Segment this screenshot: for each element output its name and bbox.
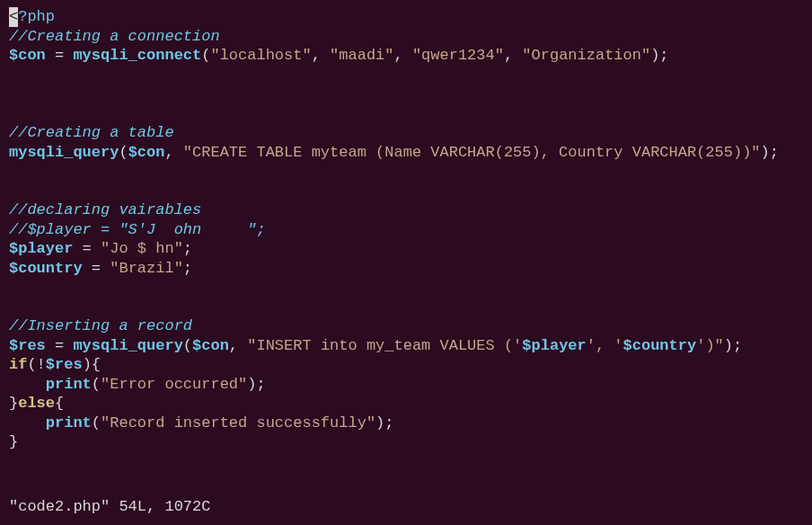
code-line: //Creating a connection bbox=[9, 27, 803, 47]
code-line: $con = mysqli_connect("localhost", "maad… bbox=[9, 46, 803, 66]
code-line: $country = "Brazil"; bbox=[9, 259, 803, 279]
status-line: "code2.php" 54L, 1072C bbox=[9, 497, 210, 517]
code-line: //Inserting a record bbox=[9, 316, 803, 336]
code-line: } bbox=[9, 432, 803, 452]
code-line bbox=[9, 298, 803, 317]
editor-area[interactable]: <?php //Creating a connection $con = mys… bbox=[9, 7, 803, 452]
code-line bbox=[9, 182, 803, 201]
code-line: print("Record inserted successfully"); bbox=[9, 414, 803, 433]
code-line: //Creating a table bbox=[9, 123, 803, 143]
code-line: //declaring vairables bbox=[9, 200, 803, 220]
code-line: print("Error occurred"); bbox=[9, 375, 803, 395]
code-line bbox=[9, 162, 803, 182]
code-line: $player = "Jo $ hn"; bbox=[9, 239, 803, 259]
code-line: if(!$res){ bbox=[9, 355, 803, 375]
text-cursor: < bbox=[9, 7, 18, 27]
code-line: }else{ bbox=[9, 394, 803, 414]
code-line: mysqli_query($con, "CREATE TABLE myteam … bbox=[9, 143, 803, 163]
code-line bbox=[9, 85, 803, 104]
code-line bbox=[9, 66, 803, 85]
code-line: $res = mysqli_query($con, "INSERT into m… bbox=[9, 336, 803, 356]
code-line: <?php bbox=[9, 7, 803, 27]
code-line bbox=[9, 278, 803, 298]
code-line: //$player = "S'J ohn "; bbox=[9, 220, 803, 240]
code-line bbox=[9, 104, 803, 124]
